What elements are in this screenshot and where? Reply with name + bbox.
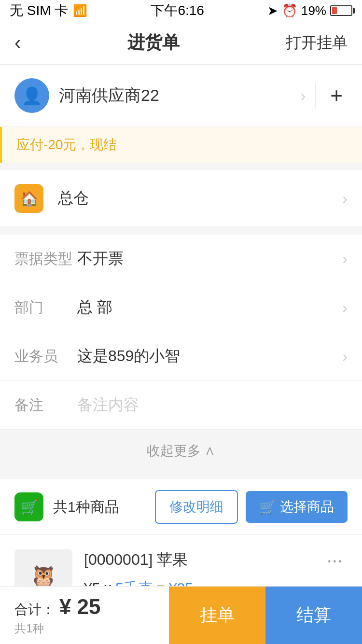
product-id: [0000001] 苹果 bbox=[84, 551, 188, 568]
products-header: 🛒 共1种商品 修改明细 🛒 选择商品 bbox=[0, 479, 362, 535]
battery-percent: 19% bbox=[301, 3, 326, 18]
supplier-section: 👤 河南供应商22 › + 应付-20元，现结 bbox=[0, 65, 362, 163]
department-row[interactable]: 部门 总 部 › bbox=[0, 283, 362, 332]
warehouse-row[interactable]: 🏠 总仓 › bbox=[0, 170, 362, 227]
notice-bar: 应付-20元，现结 bbox=[0, 127, 362, 163]
department-chevron-icon: › bbox=[342, 299, 348, 317]
hang-button[interactable]: 挂单 bbox=[169, 587, 265, 644]
warehouse-icon: 🏠 bbox=[14, 184, 43, 213]
warehouse-chevron-icon: › bbox=[342, 190, 348, 208]
warehouse-name: 总仓 bbox=[53, 188, 337, 209]
nav-bar: ‹ 进货单 打开挂单 bbox=[0, 21, 362, 65]
status-left: 无 SIM 卡 📶 bbox=[10, 1, 87, 20]
products-count: 共1种商品 bbox=[53, 497, 155, 517]
supplier-avatar: 👤 bbox=[14, 78, 49, 113]
alarm-icon: ⏰ bbox=[282, 3, 297, 18]
status-bar: 无 SIM 卡 📶 下午6:16 ➤ ⏰ 19% bbox=[0, 0, 362, 21]
form-section: 票据类型 不开票 › 部门 总 部 › 业务员 这是859的小智 › 备注 备注… bbox=[0, 235, 362, 472]
salesperson-value: 这是859的小智 bbox=[72, 346, 337, 367]
select-product-button[interactable]: 🛒 选择商品 bbox=[246, 491, 348, 523]
back-button[interactable]: ‹ bbox=[14, 32, 21, 54]
notice-text: 应付-20元，现结 bbox=[16, 137, 117, 152]
invoice-type-chevron-icon: › bbox=[342, 250, 348, 268]
total-row: 合计： ¥ 25 bbox=[14, 595, 154, 619]
salesperson-label: 业务员 bbox=[14, 347, 72, 366]
department-value: 总 部 bbox=[72, 297, 337, 318]
total-amount: ¥ 25 bbox=[59, 595, 101, 618]
cart-icon: 🛒 bbox=[259, 499, 276, 515]
invoice-type-value: 不开票 bbox=[72, 248, 337, 269]
page-title: 进货单 bbox=[127, 31, 180, 55]
open-hang-button[interactable]: 打开挂单 bbox=[286, 32, 348, 54]
department-label: 部门 bbox=[14, 298, 72, 318]
supplier-name: 河南供应商22 bbox=[59, 84, 296, 107]
settle-button[interactable]: 结算 bbox=[265, 587, 362, 644]
select-product-label: 选择商品 bbox=[280, 498, 334, 516]
remark-row[interactable]: 备注 备注内容 bbox=[0, 381, 362, 430]
supplier-chevron-icon: › bbox=[301, 87, 306, 105]
carrier-text: 无 SIM 卡 bbox=[10, 1, 68, 20]
collapse-text: 收起更多 ∧ bbox=[147, 443, 216, 458]
invoice-type-label: 票据类型 bbox=[14, 249, 72, 269]
hang-label: 挂单 bbox=[200, 603, 235, 627]
battery-icon bbox=[330, 5, 352, 16]
product-name: [0000001] 苹果 bbox=[84, 549, 322, 571]
total-sub: 共1种 bbox=[14, 621, 154, 636]
products-icon: 🛒 bbox=[14, 492, 43, 521]
avatar-icon: 👤 bbox=[22, 86, 42, 105]
product-more-button[interactable]: ··· bbox=[322, 549, 348, 571]
remark-label: 备注 bbox=[14, 395, 72, 415]
salesperson-row[interactable]: 业务员 这是859的小智 › bbox=[0, 332, 362, 381]
wifi-icon: 📶 bbox=[73, 4, 87, 17]
invoice-type-row[interactable]: 票据类型 不开票 › bbox=[0, 235, 362, 283]
settle-label: 结算 bbox=[296, 603, 331, 627]
vertical-divider bbox=[315, 84, 316, 108]
warehouse-section: 🏠 总仓 › bbox=[0, 170, 362, 227]
bottom-bar: 合计： ¥ 25 共1种 挂单 结算 bbox=[0, 586, 362, 644]
add-supplier-button[interactable]: + bbox=[325, 84, 348, 108]
time-text: 下午6:16 bbox=[151, 1, 204, 20]
remark-placeholder: 备注内容 bbox=[72, 394, 348, 416]
edit-detail-button[interactable]: 修改明细 bbox=[155, 490, 238, 524]
total-label: 合计： bbox=[14, 602, 55, 617]
status-right: ➤ ⏰ 19% bbox=[267, 3, 352, 18]
supplier-row[interactable]: 👤 河南供应商22 › + bbox=[0, 65, 362, 127]
collapse-button[interactable]: 收起更多 ∧ bbox=[0, 430, 362, 472]
salesperson-chevron-icon: › bbox=[342, 348, 348, 365]
location-icon: ➤ bbox=[267, 3, 278, 18]
total-section: 合计： ¥ 25 共1种 bbox=[0, 587, 169, 644]
